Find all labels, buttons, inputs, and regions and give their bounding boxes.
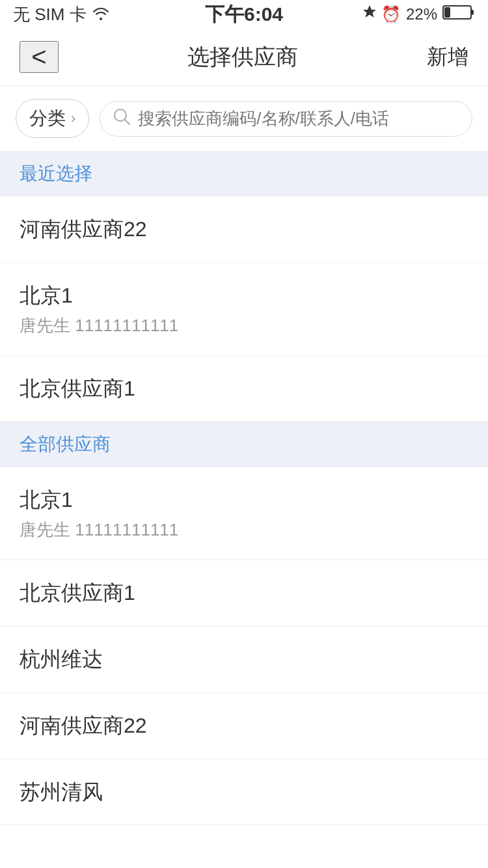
recent-section-label: 最近选择 (20, 163, 92, 183)
all-item-detail-0: 唐先生 11111111111 (20, 519, 468, 541)
status-left: 无 SIM 卡 (13, 3, 110, 26)
all-list: 北京1 唐先生 11111111111 北京供应商1 杭州维达 河南供应商22 … (0, 467, 488, 825)
sim-status: 无 SIM 卡 (13, 3, 87, 26)
recent-item-1[interactable]: 北京1 唐先生 11111111111 (0, 263, 488, 356)
search-input[interactable] (138, 109, 459, 129)
recent-list: 河南供应商22 北京1 唐先生 11111111111 北京供应商1 (0, 197, 488, 422)
alarm-icon: ⏰ (381, 5, 401, 23)
all-item-3[interactable]: 河南供应商22 (0, 693, 488, 759)
svg-rect-1 (471, 10, 474, 15)
category-button[interactable]: 分类 › (16, 99, 89, 138)
all-item-name-2: 杭州维达 (20, 645, 468, 674)
status-bar: 无 SIM 卡 下午6:04 ⏰ 22% (0, 0, 488, 29)
chevron-right-icon: › (71, 110, 75, 127)
recent-item-name-1: 北京1 (20, 281, 468, 310)
all-item-name-4: 苏州清风 (20, 778, 468, 807)
all-item-4[interactable]: 苏州清风 (0, 759, 488, 826)
status-right: ⏰ 22% (363, 5, 475, 24)
location-icon (363, 5, 376, 23)
wifi-icon (92, 5, 110, 25)
back-button[interactable]: < (20, 41, 59, 73)
battery-percent: 22% (406, 5, 437, 23)
all-item-0[interactable]: 北京1 唐先生 11111111111 (0, 467, 488, 560)
svg-line-4 (125, 120, 129, 124)
all-section-header: 全部供应商 (0, 422, 488, 467)
search-box[interactable] (100, 101, 472, 137)
search-icon (113, 108, 130, 129)
all-item-name-3: 河南供应商22 (20, 711, 468, 740)
all-item-name-1: 北京供应商1 (20, 578, 468, 608)
recent-section-header: 最近选择 (0, 151, 488, 197)
filter-bar: 分类 › (0, 86, 488, 151)
add-button[interactable]: 新增 (427, 43, 468, 72)
page-title: 选择供应商 (187, 42, 298, 72)
all-item-name-0: 北京1 (20, 485, 468, 515)
recent-item-detail-1: 唐先生 11111111111 (20, 314, 468, 337)
category-label: 分类 (29, 106, 66, 131)
status-time: 下午6:04 (205, 1, 283, 28)
recent-item-2[interactable]: 北京供应商1 (0, 356, 488, 422)
nav-bar: < 选择供应商 新增 (0, 29, 488, 86)
recent-item-0[interactable]: 河南供应商22 (0, 197, 488, 263)
battery-icon (442, 5, 475, 24)
all-item-2[interactable]: 杭州维达 (0, 627, 488, 693)
recent-item-name-2: 北京供应商1 (20, 374, 468, 403)
recent-item-name-0: 河南供应商22 (20, 215, 468, 244)
all-section-label: 全部供应商 (20, 434, 111, 454)
svg-rect-2 (444, 7, 450, 18)
all-item-1[interactable]: 北京供应商1 (0, 560, 488, 627)
